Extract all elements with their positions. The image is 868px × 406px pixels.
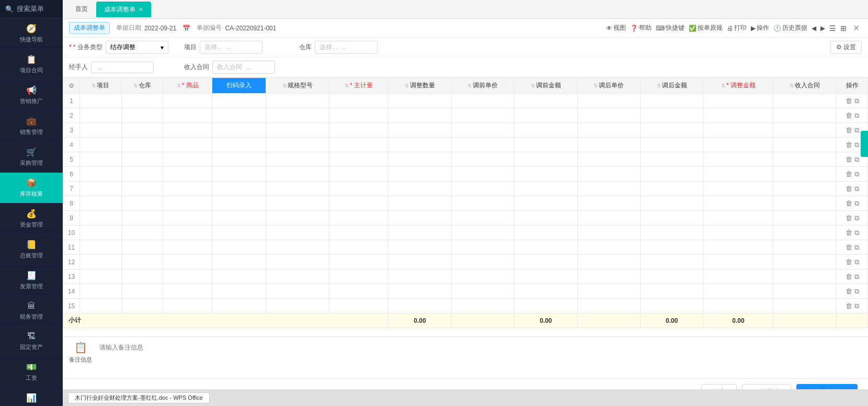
table-cell[interactable]	[577, 182, 640, 196]
handler-input[interactable]: ...	[91, 62, 154, 73]
table-cell[interactable]	[80, 138, 122, 152]
table-cell[interactable]	[577, 94, 640, 108]
copy-icon[interactable]: ⧉	[854, 258, 859, 266]
table-cell[interactable]	[451, 269, 514, 284]
table-cell[interactable]	[121, 182, 163, 196]
table-cell[interactable]	[451, 299, 514, 313]
table-cell[interactable]	[212, 299, 266, 313]
table-cell[interactable]	[266, 284, 329, 299]
table-cell[interactable]	[703, 167, 773, 182]
table-cell[interactable]	[451, 284, 514, 299]
table-cell[interactable]	[266, 240, 329, 255]
table-cell[interactable]	[121, 152, 163, 167]
table-cell[interactable]	[515, 211, 577, 225]
income-contract-input[interactable]: 收入合同 ...	[212, 61, 275, 74]
table-cell[interactable]	[451, 255, 514, 269]
table-cell[interactable]	[212, 123, 266, 138]
table-cell[interactable]	[163, 108, 212, 123]
table-cell[interactable]	[329, 255, 389, 269]
table-cell[interactable]	[703, 299, 773, 313]
business-type-select[interactable]: 结存调整 ▾	[106, 41, 168, 54]
copy-icon[interactable]: ⧉	[854, 214, 859, 222]
table-cell[interactable]	[641, 138, 703, 152]
table-cell[interactable]	[451, 94, 514, 108]
table-cell[interactable]	[577, 108, 640, 123]
table-cell[interactable]	[389, 167, 451, 182]
table-cell[interactable]	[703, 255, 773, 269]
table-cell[interactable]	[212, 108, 266, 123]
table-cell[interactable]	[577, 240, 640, 255]
table-cell[interactable]	[703, 123, 773, 138]
sidebar-item-ops-mgmt[interactable]: 📊 经营管理	[0, 388, 63, 406]
table-cell[interactable]	[389, 240, 451, 255]
table-cell[interactable]	[515, 284, 577, 299]
table-cell[interactable]	[577, 225, 640, 240]
delete-icon[interactable]: 🗑	[846, 170, 852, 178]
action-help[interactable]: ❓ 帮助	[630, 24, 652, 32]
table-cell[interactable]	[577, 255, 640, 269]
table-cell[interactable]	[121, 240, 163, 255]
calendar-icon[interactable]: 📅	[182, 25, 190, 32]
table-cell[interactable]	[212, 138, 266, 152]
table-cell[interactable]	[163, 240, 212, 255]
table-cell[interactable]	[641, 225, 703, 240]
table-cell[interactable]	[577, 284, 640, 299]
table-cell[interactable]	[121, 255, 163, 269]
table-cell[interactable]	[80, 167, 122, 182]
sidebar-item-tax-mgmt[interactable]: 🏛 税务管理	[0, 296, 63, 326]
notes-icon-area[interactable]: 📋 备注信息	[69, 341, 92, 364]
table-cell[interactable]	[451, 182, 514, 196]
delete-icon[interactable]: 🗑	[846, 229, 852, 236]
table-cell[interactable]	[703, 182, 773, 196]
delete-icon[interactable]: 🗑	[846, 302, 852, 310]
table-cell[interactable]	[389, 269, 451, 284]
table-cell[interactable]	[577, 299, 640, 313]
delete-icon[interactable]: 🗑	[846, 185, 852, 193]
tab-close-icon[interactable]: ✕	[139, 6, 143, 13]
table-cell[interactable]	[329, 240, 389, 255]
delete-icon[interactable]: 🗑	[846, 287, 852, 295]
table-cell[interactable]	[703, 108, 773, 123]
table-cell[interactable]	[703, 225, 773, 240]
tab-cost-adjust[interactable]: 成本调整单 ✕	[96, 2, 151, 17]
table-cell[interactable]	[451, 152, 514, 167]
notes-input[interactable]	[97, 341, 862, 360]
table-cell[interactable]	[641, 152, 703, 167]
table-cell[interactable]	[515, 94, 577, 108]
table-cell[interactable]	[80, 269, 122, 284]
settings-button[interactable]: ⚙ 设置	[830, 41, 862, 54]
table-cell[interactable]	[389, 138, 451, 152]
table-cell[interactable]	[121, 196, 163, 211]
table-cell[interactable]	[329, 182, 389, 196]
delete-icon[interactable]: 🗑	[846, 273, 852, 280]
table-cell[interactable]	[329, 299, 389, 313]
table-cell[interactable]	[329, 94, 389, 108]
table-cell[interactable]	[641, 108, 703, 123]
table-cell[interactable]	[266, 182, 329, 196]
table-cell[interactable]	[266, 123, 329, 138]
delete-icon[interactable]: 🗑	[846, 97, 852, 105]
table-cell[interactable]	[703, 284, 773, 299]
table-cell[interactable]	[389, 211, 451, 225]
table-cell[interactable]	[121, 225, 163, 240]
table-cell[interactable]	[212, 94, 266, 108]
table-cell[interactable]	[389, 123, 451, 138]
table-cell[interactable]	[703, 152, 773, 167]
green-side-tab[interactable]	[861, 131, 868, 157]
sidebar-item-sales-mgmt[interactable]: 💼 销售管理	[0, 111, 63, 142]
table-cell[interactable]	[329, 196, 389, 211]
table-cell[interactable]	[451, 138, 514, 152]
copy-icon[interactable]: ⧉	[854, 97, 859, 105]
table-cell[interactable]	[577, 196, 640, 211]
table-cell[interactable]	[329, 167, 389, 182]
table-cell[interactable]	[163, 123, 212, 138]
table-cell[interactable]	[266, 269, 329, 284]
table-cell[interactable]	[515, 138, 577, 152]
table-cell[interactable]	[266, 211, 329, 225]
copy-icon[interactable]: ⧉	[854, 273, 859, 281]
table-cell[interactable]	[266, 196, 329, 211]
table-cell[interactable]	[515, 152, 577, 167]
table-cell[interactable]	[515, 255, 577, 269]
table-cell[interactable]	[703, 240, 773, 255]
table-cell[interactable]	[80, 94, 122, 108]
